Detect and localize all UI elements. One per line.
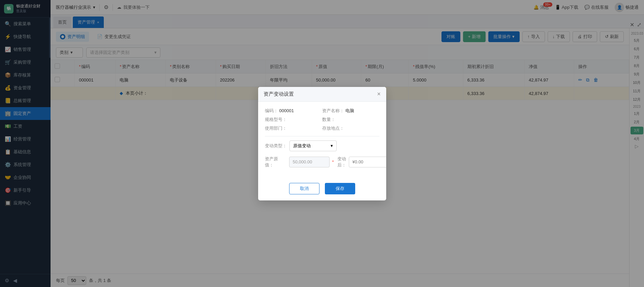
modal-code: 编码： 000001: [265, 108, 322, 114]
cancel-button[interactable]: 取消: [289, 183, 319, 194]
modal-overlay: 资产变动设置 × 编码： 000001 资产名称： 电脑 规格型号： 数量：: [0, 0, 644, 287]
save-button[interactable]: 保存: [325, 183, 355, 194]
modal-storage: 存放地点：: [322, 125, 379, 131]
modal-dept: 使用部门：: [265, 125, 322, 131]
modal-asset-name: 资产名称： 电脑: [322, 108, 379, 114]
original-value-input: [289, 157, 330, 167]
modal-body: 编码： 000001 资产名称： 电脑 规格型号： 数量： 使用部门：: [258, 102, 386, 179]
select-dropdown-icon: ▾: [331, 143, 333, 148]
change-type-select[interactable]: 原值变动 ▾: [289, 140, 337, 151]
asset-change-modal: 资产变动设置 × 编码： 000001 资产名称： 电脑 规格型号： 数量：: [258, 87, 386, 200]
modal-value-row: 资产原值： * 变动后：: [265, 156, 379, 168]
modal-spec: 规格型号：: [265, 117, 322, 123]
modal-change-type-row: 变动类型： 原值变动 ▾: [265, 140, 379, 151]
modal-footer: 取消 保存: [258, 179, 386, 200]
modal-quantity: 数量：: [322, 117, 379, 123]
after-value-input[interactable]: [349, 157, 386, 167]
modal-info-grid: 编码： 000001 资产名称： 电脑 规格型号： 数量： 使用部门：: [265, 108, 379, 136]
modal-header: 资产变动设置 ×: [258, 87, 386, 102]
modal-close-btn[interactable]: ×: [377, 91, 381, 98]
